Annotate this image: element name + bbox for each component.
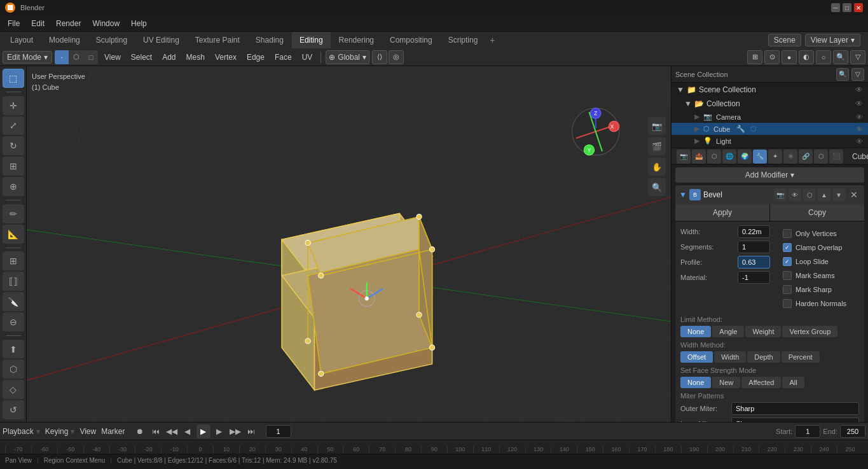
tab-sculpting[interactable]: Sculpting bbox=[88, 32, 135, 48]
face-display-btn[interactable]: □ bbox=[84, 50, 98, 64]
menu-window[interactable]: Window bbox=[87, 18, 125, 29]
playback-label[interactable]: Playback bbox=[3, 427, 34, 436]
header-uv[interactable]: UV bbox=[298, 53, 317, 62]
loop-slide-checkbox[interactable]: ✓ bbox=[783, 257, 792, 266]
width-width-btn[interactable]: Width bbox=[714, 351, 746, 363]
add-workspace-button[interactable]: + bbox=[486, 34, 499, 46]
outliner-collection[interactable]: ▼ 📂 Collection 👁 bbox=[672, 97, 868, 111]
edge-display-btn[interactable]: ⬡ bbox=[69, 50, 83, 64]
outliner-item-cube[interactable]: ▶ ⬡ Cube 🔧 ⬡ 👁 bbox=[672, 123, 868, 135]
harden-normals-checkbox[interactable] bbox=[783, 299, 792, 308]
view-layer-button[interactable]: View Layer ▾ bbox=[805, 34, 860, 46]
tool-spin[interactable]: ↺ bbox=[3, 400, 24, 419]
keying-label[interactable]: Keying bbox=[45, 427, 69, 436]
tool-rotate[interactable]: ↻ bbox=[3, 136, 24, 155]
step-forward-button[interactable]: ▶▶ bbox=[228, 424, 242, 438]
face-affected-btn[interactable]: Affected bbox=[741, 377, 781, 388]
light-visibility-icon[interactable]: 👁 bbox=[856, 137, 863, 145]
clamp-overlap-checkbox[interactable]: ✓ bbox=[783, 243, 792, 252]
tool-extrude[interactable]: ⬆ bbox=[3, 340, 24, 359]
record-button[interactable]: ⏺ bbox=[133, 424, 147, 438]
tool-inset[interactable]: ⬡ bbox=[3, 360, 24, 379]
inner-miter-value[interactable]: Sharp bbox=[731, 417, 859, 422]
outer-miter-value[interactable]: Sharp bbox=[731, 402, 859, 415]
proportional-btn[interactable]: ◎ bbox=[389, 50, 404, 64]
tab-uv-editing[interactable]: UV Editing bbox=[135, 32, 187, 48]
collection-visibility-icon[interactable]: 👁 bbox=[855, 85, 863, 94]
width-depth-btn[interactable]: Depth bbox=[747, 351, 780, 363]
limit-vertex-group-btn[interactable]: Vertex Group bbox=[782, 326, 837, 337]
scene-selector[interactable]: Scene bbox=[768, 34, 801, 46]
modifier-close-btn[interactable]: ✕ bbox=[848, 188, 860, 201]
tool-bisect[interactable]: ⊖ bbox=[3, 312, 24, 332]
header-select[interactable]: Select bbox=[127, 53, 156, 62]
tool-cursor[interactable]: ✛ bbox=[3, 96, 24, 115]
prop-output-icon[interactable]: 📤 bbox=[692, 150, 706, 164]
tab-compositing[interactable]: Compositing bbox=[382, 32, 440, 48]
header-view[interactable]: View bbox=[100, 53, 125, 62]
camera-view-btn[interactable]: 📷 bbox=[648, 117, 666, 135]
tool-annotate[interactable]: ✏ bbox=[3, 204, 24, 223]
add-modifier-button[interactable]: Add Modifier ▾ bbox=[675, 167, 864, 183]
face-all-btn[interactable]: All bbox=[782, 377, 804, 388]
tool-transform[interactable]: ⊕ bbox=[3, 177, 24, 196]
render-preview-btn[interactable]: 🎬 bbox=[648, 137, 666, 155]
step-back-frame-button[interactable]: ◀ bbox=[181, 424, 195, 438]
prop-data-icon[interactable]: ⬡ bbox=[814, 150, 828, 164]
tool-knife[interactable]: 🔪 bbox=[3, 292, 24, 311]
outliner-item-camera[interactable]: ▶ 📷 Camera 👁 bbox=[672, 111, 868, 123]
tab-scripting[interactable]: Scripting bbox=[441, 32, 486, 48]
col-visibility-icon[interactable]: 👁 bbox=[855, 99, 863, 108]
prop-physics-icon[interactable]: ⚛ bbox=[783, 150, 797, 164]
menu-edit[interactable]: Edit bbox=[26, 18, 50, 29]
tab-modeling[interactable]: Modeling bbox=[41, 32, 88, 48]
modifier-down-icon[interactable]: ▼ bbox=[832, 188, 845, 201]
tool-scale[interactable]: ⊞ bbox=[3, 157, 24, 176]
close-button[interactable]: ✕ bbox=[854, 3, 863, 12]
face-none-btn[interactable]: None bbox=[680, 377, 711, 388]
cube-visibility-icon[interactable]: 👁 bbox=[856, 125, 863, 133]
modifier-camera-icon[interactable]: 📷 bbox=[774, 188, 787, 201]
search-btn[interactable]: 🔍 bbox=[833, 50, 848, 64]
tab-shading[interactable]: Shading bbox=[248, 32, 291, 48]
viewport-shading-solid[interactable]: ● bbox=[782, 50, 797, 64]
width-value[interactable]: 0.22m bbox=[738, 225, 770, 238]
header-mesh[interactable]: Mesh bbox=[183, 53, 209, 62]
prop-world-icon[interactable]: 🌍 bbox=[738, 150, 752, 164]
timeline-ruler[interactable]: -70 -60 -50 -40 -30 -20 -10 0 10 20 30 4… bbox=[0, 440, 868, 454]
tool-loop-cut[interactable]: ⊞ bbox=[3, 251, 24, 270]
viewport-shading-rendered[interactable]: ○ bbox=[816, 50, 831, 64]
modifier-edit-icon[interactable]: ⬡ bbox=[803, 188, 816, 201]
header-add[interactable]: Add bbox=[158, 53, 179, 62]
tool-bevel[interactable]: ◇ bbox=[3, 380, 24, 399]
prop-particles-icon[interactable]: ✦ bbox=[768, 150, 782, 164]
face-new-btn[interactable]: New bbox=[712, 377, 740, 388]
camera-visibility-icon[interactable]: 👁 bbox=[856, 113, 863, 121]
play-button[interactable]: ▶ bbox=[196, 424, 210, 438]
viewport-shading-material[interactable]: ◐ bbox=[799, 50, 814, 64]
tab-layout[interactable]: Layout bbox=[3, 32, 41, 48]
outliner-filter-btn[interactable]: ▽ bbox=[851, 68, 864, 81]
width-offset-btn[interactable]: Offset bbox=[680, 351, 713, 363]
jump-end-button[interactable]: ⏭ bbox=[244, 424, 258, 438]
editor-mode-selector[interactable]: Edit Mode ▾ bbox=[3, 51, 52, 64]
profile-value[interactable]: 0.63 bbox=[738, 256, 770, 269]
only-vertices-checkbox[interactable] bbox=[783, 229, 792, 238]
prop-view-layer-icon[interactable]: ⬡ bbox=[707, 150, 721, 164]
menu-render[interactable]: Render bbox=[51, 18, 86, 29]
prop-modifier-icon[interactable]: 🔧 bbox=[753, 150, 767, 164]
pivot-selector[interactable]: ⊕ Global ▾ bbox=[326, 50, 369, 64]
mark-seams-checkbox[interactable] bbox=[783, 271, 792, 280]
header-vertex[interactable]: Vertex bbox=[211, 53, 240, 62]
outliner-item-light[interactable]: ▶ 💡 Light 👁 bbox=[672, 135, 868, 147]
filter-btn[interactable]: ▽ bbox=[850, 50, 865, 64]
tool-measure[interactable]: 📐 bbox=[3, 225, 24, 244]
gizmo-btn[interactable]: ⊙ bbox=[764, 50, 780, 64]
tool-move[interactable]: ⤢ bbox=[3, 116, 24, 136]
apply-button[interactable]: Apply bbox=[675, 204, 770, 221]
step-forward-frame-button[interactable]: ▶ bbox=[212, 424, 226, 438]
mark-sharp-checkbox[interactable] bbox=[783, 285, 792, 294]
menu-file[interactable]: File bbox=[3, 18, 25, 29]
limit-none-btn[interactable]: None bbox=[680, 326, 711, 337]
limit-weight-btn[interactable]: Weight bbox=[745, 326, 781, 337]
